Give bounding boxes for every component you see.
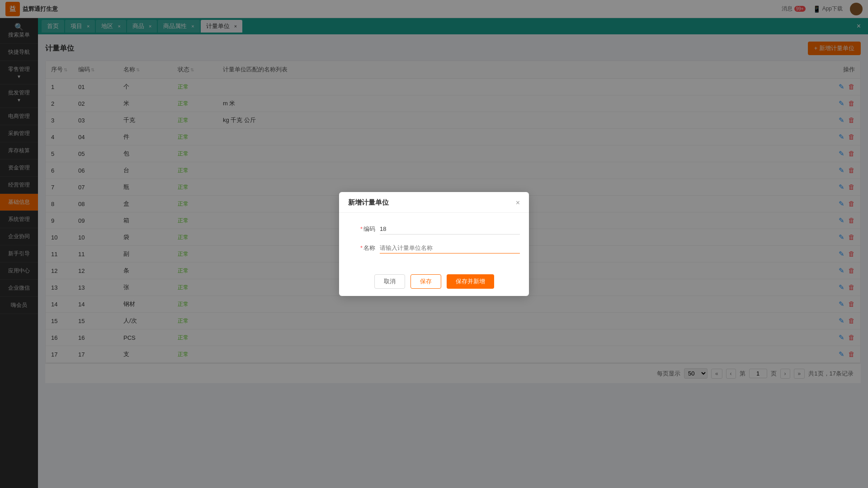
required-star-name: * <box>360 244 363 251</box>
cancel-button[interactable]: 取消 <box>374 274 405 289</box>
dialog-footer: 取消 保存 保存并新增 <box>339 269 529 296</box>
required-star-code: * <box>360 225 363 232</box>
dialog-overlay[interactable]: 新增计量单位 × *编码 *名称 取消 保存 保存并新增 <box>0 0 868 488</box>
name-input[interactable] <box>380 243 520 253</box>
form-row-name: *名称 <box>348 243 520 253</box>
form-label-name: *名称 <box>348 244 375 252</box>
code-input[interactable] <box>380 224 520 235</box>
dialog-title: 新增计量单位 <box>348 198 389 207</box>
form-row-code: *编码 <box>348 224 520 235</box>
dialog-body: *编码 *名称 <box>339 213 529 269</box>
dialog-close-btn[interactable]: × <box>516 199 520 207</box>
save-and-new-button[interactable]: 保存并新增 <box>447 274 494 289</box>
form-label-code: *编码 <box>348 225 375 233</box>
add-uom-dialog: 新增计量单位 × *编码 *名称 取消 保存 保存并新增 <box>339 192 529 296</box>
dialog-header: 新增计量单位 × <box>339 192 529 213</box>
save-button[interactable]: 保存 <box>410 274 441 289</box>
